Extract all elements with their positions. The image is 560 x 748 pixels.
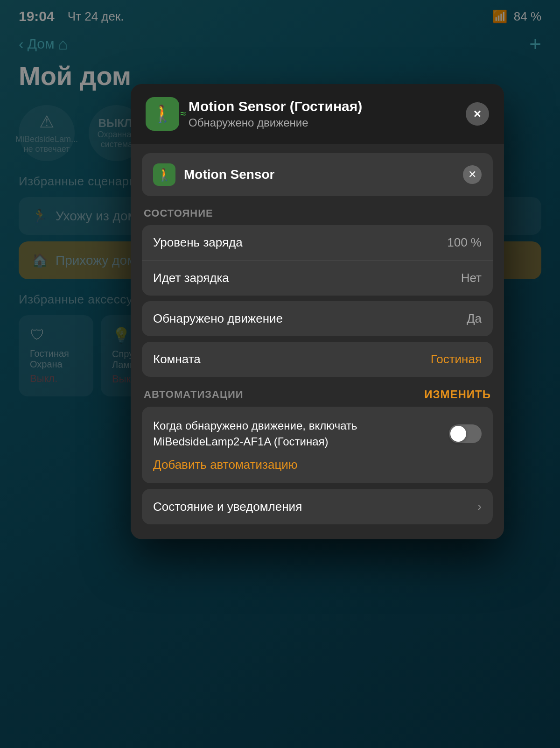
notifications-label: Состояние и уведомления <box>153 500 302 514</box>
motion-detected-card: Обнаружено движение Да <box>142 301 493 336</box>
automation-text: Когда обнаружено движение, включать MiBe… <box>153 418 449 449</box>
state-info-card: Уровень заряда 100 % Идет зарядка Нет <box>142 225 493 296</box>
sensor-walk-icon: 🚶 <box>157 168 172 182</box>
battery-label: Уровень заряда <box>153 235 243 250</box>
modal-popup: 🚶 ≈ Motion Sensor (Гостиная) Обнаружено … <box>131 84 504 539</box>
automations-header: АВТОМАТИЗАЦИИ ИЗМЕНИТЬ <box>142 388 493 401</box>
add-automation-button[interactable]: Добавить автоматизацию <box>153 458 297 472</box>
chevron-right-icon: › <box>477 499 482 514</box>
toggle-knob <box>450 426 466 442</box>
charging-row: Идет зарядка Нет <box>142 260 493 296</box>
automations-edit-button[interactable]: ИЗМЕНИТЬ <box>424 388 491 401</box>
room-card: Комната Гостиная <box>142 342 493 377</box>
notifications-card[interactable]: Состояние и уведомления › <box>142 489 493 524</box>
charging-value: Нет <box>461 271 482 285</box>
room-label: Комната <box>153 352 201 367</box>
room-value: Гостиная <box>431 352 482 367</box>
modal-title: Motion Sensor (Гостиная) <box>189 99 456 114</box>
sensor-remove-button[interactable]: ✕ <box>463 165 482 184</box>
sensor-small-icon: 🚶 <box>153 163 175 186</box>
automation-card: Когда обнаружено движение, включать MiBe… <box>142 407 493 483</box>
modal-close-button[interactable]: × <box>466 102 489 126</box>
automation-row: Когда обнаружено движение, включать MiBe… <box>153 418 482 449</box>
modal-title-group: Motion Sensor (Гостиная) Обнаружено движ… <box>189 99 456 129</box>
battery-value: 100 % <box>447 235 482 250</box>
state-section-label: СОСТОЯНИЕ <box>142 207 493 219</box>
automation-toggle[interactable] <box>449 424 482 443</box>
modal-subtitle: Обнаружено движение <box>189 116 456 129</box>
automations-section-label: АВТОМАТИЗАЦИИ <box>144 388 244 401</box>
sensor-name-card: 🚶 Motion Sensor ✕ <box>142 153 493 196</box>
motion-sensor-icon: 🚶 <box>152 104 173 124</box>
motion-detected-label: Обнаружено движение <box>153 311 283 326</box>
battery-row: Уровень заряда 100 % <box>142 225 493 260</box>
motion-wave-icon: ≈ <box>180 108 186 120</box>
modal-icon-wrap: 🚶 ≈ <box>146 97 179 131</box>
modal-body: 🚶 Motion Sensor ✕ СОСТОЯНИЕ Уровень заря… <box>131 153 504 539</box>
modal-header: 🚶 ≈ Motion Sensor (Гостиная) Обнаружено … <box>131 84 504 144</box>
motion-detected-value: Да <box>467 311 482 326</box>
sensor-name-text: Motion Sensor <box>184 167 455 182</box>
charging-label: Идет зарядка <box>153 271 229 285</box>
